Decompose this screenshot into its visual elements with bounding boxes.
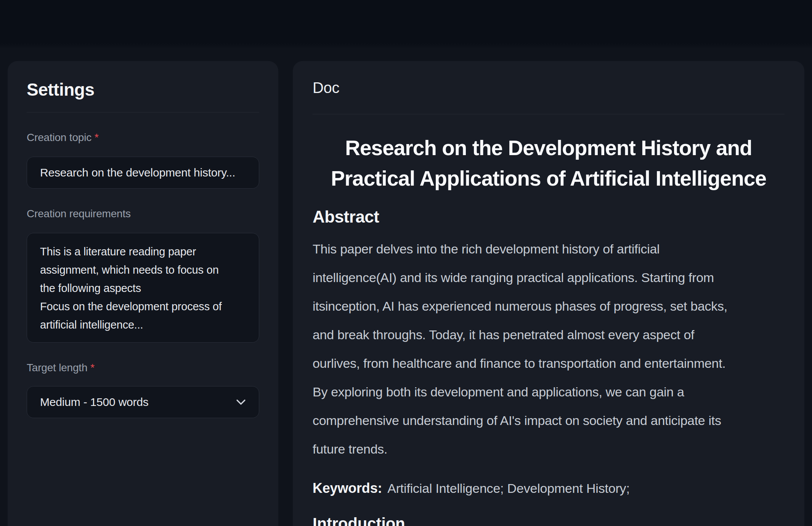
required-asterisk: *: [95, 132, 99, 143]
creation-requirements-textarea[interactable]: This is a literature reading paperassign…: [27, 233, 259, 343]
abstract-heading: Abstract: [313, 207, 785, 226]
creation-requirements-label-text: Creation requirements: [27, 208, 131, 220]
keywords-label: Keywords:: [313, 480, 382, 496]
target-length-label-text: Target length: [27, 362, 87, 374]
app-background: { "colors": { "page_background": "#0f131…: [0, 0, 812, 526]
introduction-heading-clipped: Introduction: [313, 515, 785, 526]
keywords-value: Artificial Intelligence; Development His…: [387, 481, 629, 496]
creation-requirements-label: Creation requirements: [27, 208, 259, 220]
settings-panel: Settings Creation topic* Creation requir…: [8, 61, 278, 526]
required-asterisk: *: [90, 362, 95, 374]
settings-title: Settings: [27, 79, 259, 100]
doc-divider: [313, 114, 785, 114]
keywords-row: Keywords:Artificial Intelligence; Develo…: [313, 479, 785, 497]
abstract-paragraph: This paper delves into the rich developm…: [313, 235, 785, 463]
settings-divider: [27, 112, 259, 112]
target-length-value: Medium - 1500 words: [40, 396, 149, 409]
target-length-label: Target length*: [27, 362, 259, 374]
chevron-down-icon: [234, 396, 247, 409]
creation-topic-input[interactable]: [27, 157, 259, 189]
doc-panel-title: Doc: [313, 79, 785, 96]
doc-panel: Doc Research on the Development History …: [293, 61, 804, 526]
creation-topic-label-text: Creation topic: [27, 132, 91, 143]
target-length-select[interactable]: Medium - 1500 words: [27, 386, 259, 418]
document-title: Research on the Development History andP…: [313, 133, 785, 194]
creation-topic-label: Creation topic*: [27, 132, 259, 144]
